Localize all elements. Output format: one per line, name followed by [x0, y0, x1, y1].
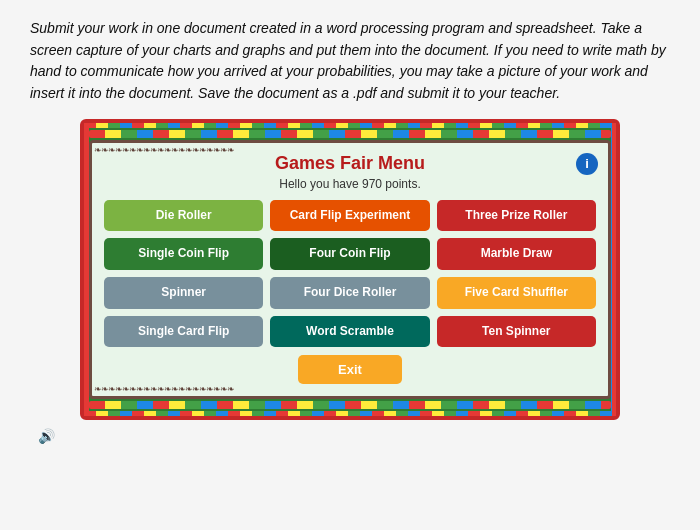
menu-header: Games Fair Menu Hello you have 970 point… — [104, 153, 596, 192]
die-roller-button[interactable]: Die Roller — [104, 200, 263, 232]
menu-subtitle: Hello you have 970 points. — [279, 177, 420, 191]
menu-title: Games Fair Menu — [104, 153, 596, 174]
top-stripe — [89, 130, 611, 138]
three-prize-roller-button[interactable]: Three Prize Roller — [437, 200, 596, 232]
single-coin-flip-button[interactable]: Single Coin Flip — [104, 238, 263, 270]
five-card-shuffler-button[interactable]: Five Card Shuffler — [437, 277, 596, 309]
menu-grid: Die Roller Card Flip Experiment Three Pr… — [104, 200, 596, 347]
word-scramble-button[interactable]: Word Scramble — [270, 316, 429, 348]
bottom-bar: 🔊 — [30, 424, 670, 448]
game-menu-inner: i Games Fair Menu Hello you have 970 poi… — [89, 140, 611, 399]
four-dice-roller-button[interactable]: Four Dice Roller — [270, 277, 429, 309]
single-card-flip-button[interactable]: Single Card Flip — [104, 316, 263, 348]
bottom-stripe — [89, 401, 611, 409]
spinner-button[interactable]: Spinner — [104, 277, 263, 309]
exit-row: Exit — [104, 355, 596, 384]
exit-button[interactable]: Exit — [298, 355, 402, 384]
ten-spinner-button[interactable]: Ten Spinner — [437, 316, 596, 348]
instruction-text: Submit your work in one document created… — [30, 18, 670, 105]
info-icon[interactable]: i — [576, 153, 598, 175]
four-coin-flip-button[interactable]: Four Coin Flip — [270, 238, 429, 270]
speaker-icon[interactable]: 🔊 — [38, 428, 55, 444]
card-flip-experiment-button[interactable]: Card Flip Experiment — [270, 200, 429, 232]
game-menu-outer: i Games Fair Menu Hello you have 970 poi… — [80, 119, 620, 420]
marble-draw-button[interactable]: Marble Draw — [437, 238, 596, 270]
page-container: Submit your work in one document created… — [0, 0, 700, 458]
